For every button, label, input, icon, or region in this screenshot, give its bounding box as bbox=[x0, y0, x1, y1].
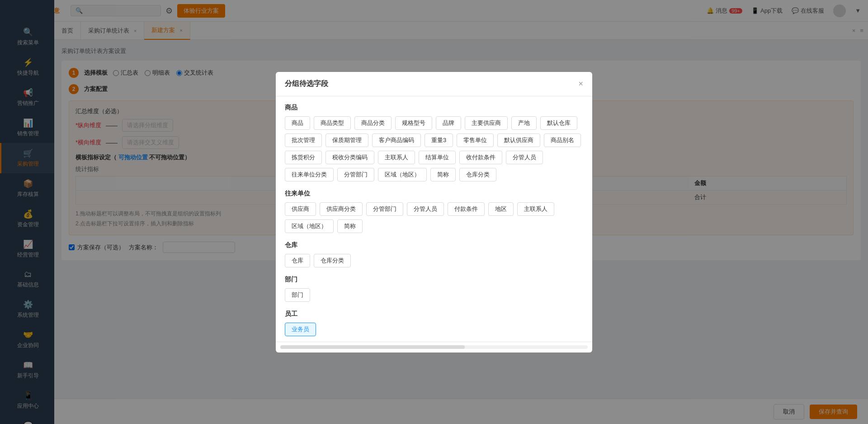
field-tag-goods-17[interactable]: 主联系人 bbox=[378, 151, 415, 164]
field-tag-partner-6[interactable]: 主联系人 bbox=[517, 202, 554, 216]
field-tag-goods-13[interactable]: 默认供应商 bbox=[497, 133, 540, 147]
field-tag-goods-6[interactable]: 产地 bbox=[511, 116, 537, 130]
field-tag-partner-0[interactable]: 供应商 bbox=[285, 202, 316, 216]
section-partner-tags: 供应商 供应商分类 分管部门 分管人员 付款条件 地区 主联系人 区域（地区） … bbox=[285, 202, 583, 233]
field-tag-goods-24[interactable]: 简称 bbox=[430, 168, 456, 181]
field-tag-goods-18[interactable]: 结算单位 bbox=[419, 151, 456, 164]
section-employee: 员工 业务员 bbox=[285, 310, 583, 336]
field-tag-partner-1[interactable]: 供应商分类 bbox=[320, 202, 363, 216]
section-employee-title: 员工 bbox=[285, 310, 583, 318]
field-tag-warehouse-1[interactable]: 仓库分类 bbox=[314, 254, 351, 267]
modal-title: 分组待选字段 bbox=[285, 79, 328, 89]
field-tag-goods-15[interactable]: 拣货积分 bbox=[285, 151, 322, 164]
field-tag-partner-2[interactable]: 分管部门 bbox=[366, 202, 403, 216]
field-tag-goods-14[interactable]: 商品别名 bbox=[544, 133, 581, 147]
section-goods-title: 商品 bbox=[285, 104, 583, 112]
modal-header: 分组待选字段 × bbox=[276, 72, 592, 96]
modal: 分组待选字段 × 商品 商品 商品类型 商品分类 规格型号 品牌 主要供应商 产… bbox=[276, 72, 592, 353]
field-tag-goods-21[interactable]: 往来单位分类 bbox=[285, 168, 334, 181]
modal-body: 商品 商品 商品类型 商品分类 规格型号 品牌 主要供应商 产地 默认仓库 批次… bbox=[276, 96, 592, 342]
modal-overlay[interactable]: 分组待选字段 × 商品 商品 商品类型 商品分类 规格型号 品牌 主要供应商 产… bbox=[0, 0, 868, 424]
field-tag-goods-1[interactable]: 商品类型 bbox=[314, 116, 351, 130]
field-tag-goods-22[interactable]: 分管部门 bbox=[337, 168, 374, 181]
field-tag-employee-0[interactable]: 业务员 bbox=[285, 323, 316, 336]
field-tag-goods-4[interactable]: 品牌 bbox=[436, 116, 461, 130]
field-tag-dept-0[interactable]: 部门 bbox=[285, 288, 310, 302]
field-tag-goods-16[interactable]: 税收分类编码 bbox=[326, 151, 374, 164]
section-warehouse-tags: 仓库 仓库分类 bbox=[285, 254, 583, 267]
field-tag-partner-4[interactable]: 付款条件 bbox=[448, 202, 485, 216]
field-tag-goods-2[interactable]: 商品分类 bbox=[354, 116, 392, 130]
field-tag-goods-10[interactable]: 客户商品编码 bbox=[372, 133, 421, 147]
field-tag-warehouse-0[interactable]: 仓库 bbox=[285, 254, 310, 267]
field-tag-goods-5[interactable]: 主要供应商 bbox=[465, 116, 508, 130]
field-tag-partner-7[interactable]: 区域（地区） bbox=[285, 219, 334, 233]
section-warehouse-title: 仓库 bbox=[285, 241, 583, 249]
scroll-thumb bbox=[280, 345, 465, 349]
section-goods: 商品 商品 商品类型 商品分类 规格型号 品牌 主要供应商 产地 默认仓库 批次… bbox=[285, 104, 583, 181]
section-goods-tags: 商品 商品类型 商品分类 规格型号 品牌 主要供应商 产地 默认仓库 批次管理 … bbox=[285, 116, 583, 181]
field-tag-goods-20[interactable]: 分管人员 bbox=[506, 151, 543, 164]
field-tag-partner-5[interactable]: 地区 bbox=[488, 202, 514, 216]
field-tag-goods-23[interactable]: 区域（地区） bbox=[378, 168, 427, 181]
field-tag-goods-19[interactable]: 收付款条件 bbox=[459, 151, 502, 164]
field-tag-goods-12[interactable]: 零售单位 bbox=[457, 133, 494, 147]
section-warehouse: 仓库 仓库 仓库分类 bbox=[285, 241, 583, 267]
section-department-tags: 部门 bbox=[285, 288, 583, 302]
field-tag-goods-3[interactable]: 规格型号 bbox=[395, 116, 432, 130]
section-employee-tags: 业务员 bbox=[285, 323, 583, 336]
field-tag-partner-8[interactable]: 简称 bbox=[337, 219, 363, 233]
field-tag-goods-7[interactable]: 默认仓库 bbox=[540, 116, 577, 130]
modal-close-icon[interactable]: × bbox=[578, 80, 583, 88]
section-partner: 往来单位 供应商 供应商分类 分管部门 分管人员 付款条件 地区 主联系人 区域… bbox=[285, 190, 583, 233]
field-tag-goods-25[interactable]: 仓库分类 bbox=[459, 168, 496, 181]
section-partner-title: 往来单位 bbox=[285, 190, 583, 198]
field-tag-goods-0[interactable]: 商品 bbox=[285, 116, 310, 130]
horizontal-scrollbar[interactable] bbox=[280, 345, 588, 349]
field-tag-goods-8[interactable]: 批次管理 bbox=[285, 133, 322, 147]
modal-scroll-bar bbox=[276, 342, 592, 353]
field-tag-goods-9[interactable]: 保质期管理 bbox=[326, 133, 368, 147]
field-tag-goods-11[interactable]: 重量3 bbox=[425, 133, 453, 147]
section-department-title: 部门 bbox=[285, 276, 583, 284]
field-tag-partner-3[interactable]: 分管人员 bbox=[407, 202, 444, 216]
section-department: 部门 部门 bbox=[285, 276, 583, 302]
